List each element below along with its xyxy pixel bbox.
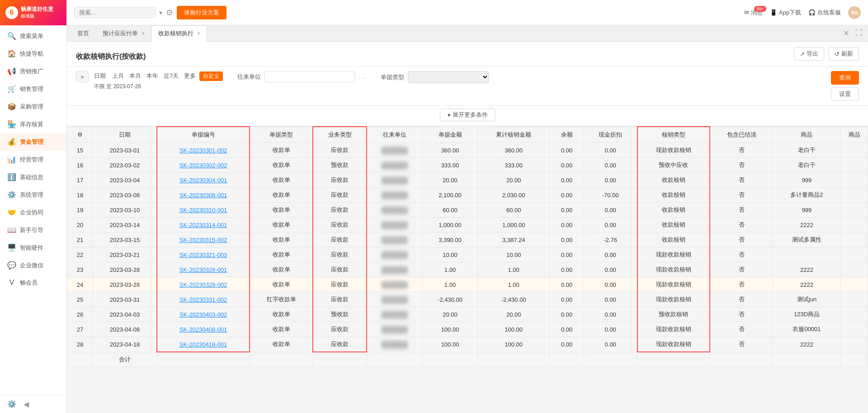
cell-doc_no-23: SK-20230328-001 bbox=[157, 262, 250, 277]
cell-date-28: 2023-04-18 bbox=[93, 337, 157, 352]
app-download-button[interactable]: 📱 App下载 bbox=[770, 9, 801, 17]
cell-doc_type-20: 收款单 bbox=[250, 218, 313, 233]
partner-input[interactable] bbox=[264, 71, 355, 82]
cell-doc_type-24: 收款单 bbox=[250, 277, 313, 292]
search-icon: 🔍 bbox=[7, 32, 16, 40]
sidebar-item-operations[interactable]: 📊经营管理 bbox=[0, 151, 66, 168]
fullscreen-icon[interactable]: ⛶ bbox=[854, 28, 864, 38]
cell-amount-21: 3,390.00 bbox=[422, 233, 477, 247]
table-row: 172023-03-04SK-20230304-001收款单应收款██████2… bbox=[67, 173, 868, 188]
guide-icon: 📖 bbox=[7, 226, 16, 234]
gear-icon[interactable]: ⚙ bbox=[166, 8, 173, 18]
export-button[interactable]: ↗ 导出 bbox=[794, 47, 824, 61]
cell-goods2-24 bbox=[841, 277, 868, 292]
col-header-partner: 往来单位 bbox=[367, 127, 422, 143]
refresh-button[interactable]: ↺ 刷新 bbox=[829, 47, 859, 61]
sidebar-menu: 🔍搜索菜单🏠快捷导航📢营销推广🛒销售管理📦采购管理🏪库存核算💰资金管理📊经营管理… bbox=[0, 25, 66, 395]
cell-goods-26: 123D商品 bbox=[773, 307, 840, 322]
cell-settings-16: 16 bbox=[67, 158, 93, 173]
col-header-biz_type: 业务类型 bbox=[313, 127, 367, 143]
cell-partner-27: ██████ bbox=[367, 322, 422, 337]
industry-plan-button[interactable]: 体验行业方案 bbox=[177, 6, 226, 19]
filter-expand-button[interactable]: » bbox=[76, 71, 89, 82]
cell-goods-27: 衣服00001 bbox=[773, 322, 840, 337]
cell-cancel_type-18: 收款核销 bbox=[637, 188, 710, 203]
cell-include_settled-15: 否 bbox=[710, 143, 773, 158]
sidebar-item-hardware[interactable]: 🖥️智能硬件 bbox=[0, 239, 66, 256]
cell-cancel_type-24: 现款收款核销 bbox=[637, 277, 710, 292]
online-service-button[interactable]: 🎧 在线客服 bbox=[808, 9, 841, 17]
tab-prepay[interactable]: 预计应应付单 × bbox=[96, 25, 151, 42]
col-header-goods: 商品 bbox=[773, 127, 840, 143]
cell-biz_type-18: 应收款 bbox=[313, 188, 367, 203]
user-avatar-area[interactable]: Rit bbox=[848, 6, 861, 19]
cell-doc_type-15: 收款单 bbox=[250, 143, 313, 158]
cell-settings-18: 18 bbox=[67, 188, 93, 203]
search-input[interactable] bbox=[74, 7, 156, 18]
sidebar-item-finance[interactable]: 💰资金管理 bbox=[0, 133, 66, 151]
expand-more-button[interactable]: ▾ 展开更多条件 bbox=[440, 109, 495, 121]
cell-partner-21: ██████ bbox=[367, 233, 422, 247]
cell-settings-24: 24 bbox=[67, 277, 93, 292]
cell-date-18: 2023-03-08 bbox=[93, 188, 157, 203]
sidebar-item-system[interactable]: ⚙️系统管理 bbox=[0, 186, 66, 204]
cell-cumulative-28: 100.00 bbox=[478, 337, 550, 352]
sidebar-item-marketing[interactable]: 📢营销推广 bbox=[0, 62, 66, 80]
last-7-days-btn[interactable]: 近7天 bbox=[162, 71, 180, 81]
cell-cumulative-27: 100.00 bbox=[478, 322, 550, 337]
doctype-select[interactable] bbox=[408, 71, 489, 83]
prepay-tab-close[interactable]: × bbox=[142, 30, 145, 37]
sidebar-item-enterprise[interactable]: 🤝企业协同 bbox=[0, 204, 66, 221]
cell-doc_no-24: SK-20230328-002 bbox=[157, 277, 250, 292]
sidebar-item-label: 库存核算 bbox=[20, 120, 43, 128]
cell-partner-15: ██████ bbox=[367, 143, 422, 158]
cell-amount-23: 1.00 bbox=[422, 262, 477, 277]
this-month-btn[interactable]: 本月 bbox=[127, 71, 143, 81]
filter-settings-button[interactable]: 设置 bbox=[831, 87, 859, 101]
tab-home[interactable]: 首页 bbox=[71, 25, 96, 42]
sidebar-item-search[interactable]: 🔍搜索菜单 bbox=[0, 27, 66, 45]
sidebar-item-wechat[interactable]: 💬企业微信 bbox=[0, 256, 66, 274]
last-month-btn[interactable]: 上月 bbox=[110, 71, 126, 81]
brand-sub: 标准版 bbox=[21, 13, 53, 19]
collapse-icon[interactable]: ◀ bbox=[24, 400, 29, 408]
close-tab-icon[interactable]: ✕ bbox=[841, 28, 851, 38]
settings-icon[interactable]: ⚙️ bbox=[7, 400, 16, 408]
sidebar-item-label: 销售管理 bbox=[20, 85, 43, 93]
custom-date-btn[interactable]: 自定义 bbox=[199, 71, 223, 81]
sidebar-item-sales[interactable]: 🛒销售管理 bbox=[0, 80, 66, 98]
collection-tab-close[interactable]: × bbox=[197, 30, 200, 37]
sidebar-item-inventory[interactable]: 🏪库存核算 bbox=[0, 115, 66, 133]
cell-partner-19: ██████ bbox=[367, 203, 422, 218]
cell-amount-28: 100.00 bbox=[422, 337, 477, 352]
sidebar-item-basic[interactable]: ℹ️基础信息 bbox=[0, 168, 66, 186]
cell-discount-24: 0.00 bbox=[584, 277, 637, 292]
cell-balance-26: 0.00 bbox=[550, 307, 584, 322]
tab-collection[interactable]: 收款核销执行 × bbox=[151, 25, 207, 42]
sidebar-item-label: 采购管理 bbox=[20, 103, 43, 111]
more-date-btn[interactable]: 更多 bbox=[182, 71, 198, 81]
cell-include_settled-21: 否 bbox=[710, 233, 773, 247]
sidebar-item-quick[interactable]: 🏠快捷导航 bbox=[0, 45, 66, 62]
cell-goods2-26 bbox=[841, 307, 868, 322]
cell-settings-17: 17 bbox=[67, 173, 93, 188]
cell-goods2-15 bbox=[841, 143, 868, 158]
quick-icon: 🏠 bbox=[7, 49, 16, 58]
chevron-down-icon[interactable]: ▾ bbox=[159, 9, 162, 16]
table-container: ⚙日期单据编号单据类型业务类型往来单位单据金额累计核销金额余额现金折扣核销类型包… bbox=[67, 126, 868, 367]
col-header-settings[interactable]: ⚙ bbox=[67, 127, 93, 143]
sidebar-item-purchase[interactable]: 📦采购管理 bbox=[0, 98, 66, 115]
message-button[interactable]: ✉ 消息 99+ bbox=[744, 9, 763, 17]
sidebar-item-label: 智能硬件 bbox=[20, 244, 43, 252]
total-cell-doc_type bbox=[250, 352, 313, 367]
query-button[interactable]: 查询 bbox=[831, 71, 859, 85]
expand-more-label: 展开更多条件 bbox=[453, 111, 488, 119]
sidebar-item-member[interactable]: V畅会员 bbox=[0, 274, 66, 291]
phone-icon: 📱 bbox=[770, 9, 777, 16]
cell-cancel_type-27: 现款收款核销 bbox=[637, 322, 710, 337]
this-year-btn[interactable]: 本年 bbox=[145, 71, 160, 81]
cell-doc_type-18: 收款单 bbox=[250, 188, 313, 203]
col-header-amount: 单据金额 bbox=[422, 127, 477, 143]
sidebar-item-guide[interactable]: 📖新手引导 bbox=[0, 221, 66, 239]
sidebar-logo: 6 畅康道好生意 标准版 bbox=[0, 0, 66, 25]
